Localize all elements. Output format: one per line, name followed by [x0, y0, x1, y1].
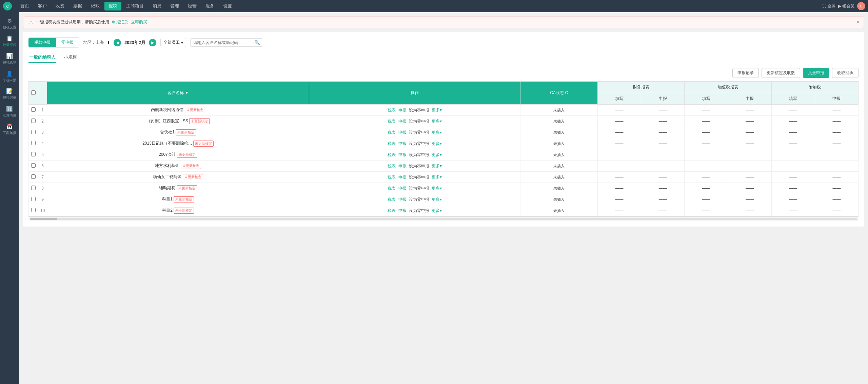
notice-link-summary[interactable]: 申报汇总: [112, 19, 128, 25]
nav-settings[interactable]: 设置: [219, 2, 236, 10]
op-zero-declare[interactable]: 设为零申报: [409, 175, 429, 179]
op-more[interactable]: 更多▾: [432, 141, 442, 146]
vip-button[interactable]: ▶ 畅会员: [838, 3, 854, 9]
row-checkbox[interactable]: [31, 174, 36, 179]
sidebar-item-batch-tax[interactable]: 📋 批量报税: [0, 33, 19, 50]
select-all-checkbox[interactable]: [31, 90, 36, 95]
op-tax-table[interactable]: 税表: [388, 208, 396, 213]
op-declare[interactable]: 申报: [398, 130, 407, 135]
op-zero-declare[interactable]: 设为零申报: [409, 130, 429, 135]
op-tax-table[interactable]: 税表: [388, 141, 396, 146]
tab-tax-declare[interactable]: 税款申报: [29, 38, 56, 47]
row-checkbox[interactable]: [31, 141, 36, 145]
op-more[interactable]: 更多▾: [432, 108, 442, 112]
row-operations: 税表 申报 设为零申报 更多▾: [309, 127, 520, 138]
op-tax-table[interactable]: 税表: [388, 164, 396, 168]
op-declare[interactable]: 申报: [398, 186, 407, 191]
op-more[interactable]: 更多▾: [432, 119, 442, 124]
op-tax-table[interactable]: 税表: [388, 119, 396, 124]
sidebar-item-tax-overview[interactable]: 📊 报税总览: [0, 50, 19, 68]
op-declare[interactable]: 申报: [398, 108, 407, 112]
content-area: ⚠ 一键报税功能已过试用期，请购买后使用 申报汇总 立即购买 × 税款申报 零申…: [19, 12, 868, 384]
sidebar-item-calc-clear[interactable]: 🔢 汇算清缴: [0, 103, 19, 121]
op-more[interactable]: 更多▾: [432, 186, 442, 191]
op-declare[interactable]: 申报: [398, 141, 407, 146]
op-zero-declare[interactable]: 设为零申报: [409, 186, 429, 191]
row-num: 6: [38, 161, 47, 172]
nav-fee[interactable]: 收费: [52, 2, 68, 10]
op-more[interactable]: 更多▾: [432, 175, 442, 179]
search-input[interactable]: [191, 39, 252, 46]
notice-close-button[interactable]: ×: [856, 19, 860, 25]
nav-message[interactable]: 消息: [149, 2, 165, 10]
row-fill-2: ——: [685, 105, 728, 116]
nav-service[interactable]: 服务: [201, 2, 218, 10]
row-checkbox[interactable]: [31, 208, 36, 212]
row-ca-status: 未插入: [520, 149, 598, 161]
row-checkbox[interactable]: [31, 107, 36, 112]
op-zero-declare[interactable]: 设为零申报: [409, 208, 429, 213]
op-zero-declare[interactable]: 设为零申报: [409, 152, 429, 157]
declaration-records-button[interactable]: 申报记录: [732, 68, 759, 78]
op-tax-table[interactable]: 税表: [388, 186, 396, 191]
nav-manage[interactable]: 管理: [166, 2, 183, 10]
row-client-name: 勿删新税网络通信 未更新核定: [47, 105, 309, 116]
op-zero-declare[interactable]: 设为零申报: [409, 141, 429, 146]
user-avatar[interactable]: U: [857, 2, 865, 10]
op-declare[interactable]: 申报: [398, 197, 407, 202]
collect-receipt-button[interactable]: 收取回执: [832, 68, 859, 78]
op-zero-declare[interactable]: 设为零申报: [409, 197, 429, 202]
op-more[interactable]: 更多▾: [432, 152, 442, 157]
op-more[interactable]: 更多▾: [432, 130, 442, 135]
op-tax-table[interactable]: 税表: [388, 197, 396, 202]
tab-zero-declare[interactable]: 零申报: [56, 38, 79, 47]
nav-client[interactable]: 客户: [34, 2, 51, 10]
op-declare[interactable]: 申报: [398, 119, 407, 124]
prev-month-button[interactable]: ◀: [114, 39, 121, 46]
subtab-small-scale[interactable]: 小规模: [63, 52, 78, 63]
horizontal-scrollbar[interactable]: [28, 216, 859, 221]
sidebar-item-personal-tax[interactable]: 👤 个税申报: [0, 68, 19, 85]
row-fill-2: ——: [685, 149, 728, 161]
status-tag: 未更新核定: [183, 174, 203, 180]
notice-link-buy[interactable]: 立即购买: [131, 19, 147, 25]
sidebar-item-tax-settings[interactable]: ⚙ 报税设置: [0, 15, 19, 33]
fullscreen-button[interactable]: ⛶ 全屏: [822, 3, 835, 9]
row-checkbox[interactable]: [31, 197, 36, 201]
row-checkbox[interactable]: [31, 163, 36, 168]
nav-operation[interactable]: 经营: [184, 2, 201, 10]
row-checkbox[interactable]: [31, 152, 36, 156]
search-button[interactable]: 🔍: [252, 39, 263, 46]
op-more[interactable]: 更多▾: [432, 164, 442, 168]
sidebar-item-tax-records[interactable]: 📝 报税记录: [0, 85, 19, 103]
op-declare[interactable]: 申报: [398, 175, 407, 179]
op-declare[interactable]: 申报: [398, 152, 407, 157]
op-tax-table[interactable]: 税表: [388, 175, 396, 179]
nav-home[interactable]: 首页: [16, 2, 33, 10]
op-zero-declare[interactable]: 设为零申报: [409, 119, 429, 124]
update-verify-button[interactable]: 更新核定及取数: [762, 68, 800, 78]
op-tax-table[interactable]: 税表: [388, 130, 396, 135]
row-checkbox[interactable]: [31, 119, 36, 123]
nav-business[interactable]: 工商项目: [122, 2, 148, 10]
subtab-general-taxpayer[interactable]: 一般的纳税人: [28, 52, 56, 63]
op-declare[interactable]: 申报: [398, 208, 407, 213]
staff-selector[interactable]: 全部员工 ▾: [160, 38, 186, 47]
row-checkbox[interactable]: [31, 130, 36, 134]
op-zero-declare[interactable]: 设为零申报: [409, 108, 429, 112]
nav-tax[interactable]: 报税: [104, 2, 121, 10]
op-declare[interactable]: 申报: [398, 164, 407, 168]
next-month-button[interactable]: ▶: [149, 39, 156, 46]
op-zero-declare[interactable]: 设为零申报: [409, 164, 429, 168]
row-checkbox[interactable]: [31, 186, 36, 190]
nav-invoice[interactable]: 票据: [69, 2, 86, 10]
op-more[interactable]: 更多▾: [432, 208, 442, 213]
sidebar-item-annual-report[interactable]: 📅 工商年报: [0, 121, 19, 138]
batch-declare-button[interactable]: 批量申报: [803, 68, 829, 78]
op-more[interactable]: 更多▾: [432, 197, 442, 202]
th-financial-report: 财务报表: [597, 82, 684, 93]
op-tax-table[interactable]: 税表: [388, 108, 396, 112]
row-fill-1: ——: [597, 105, 641, 116]
op-tax-table[interactable]: 税表: [388, 152, 396, 157]
nav-accounting[interactable]: 记账: [87, 2, 104, 10]
